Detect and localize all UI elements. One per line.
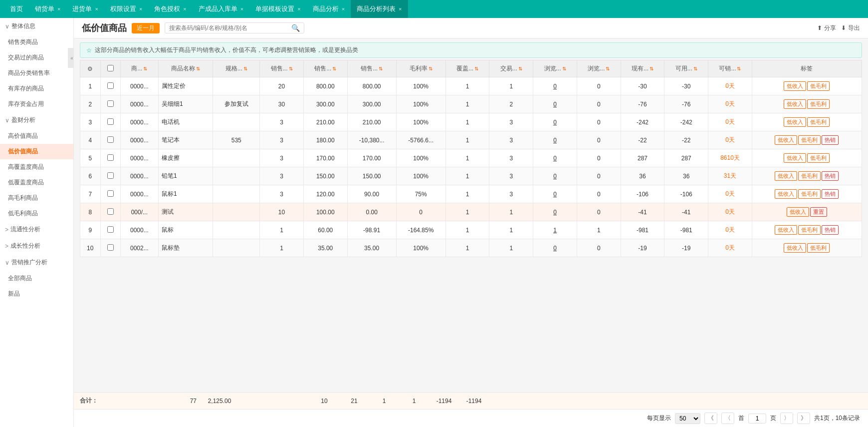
table-row[interactable]: 10 0002... 鼠标垫 1 35.00 35.00 100% 1 1 0 …: [80, 239, 862, 257]
row-name[interactable]: 鼠标垫: [159, 239, 213, 257]
row-views1[interactable]: 0: [533, 203, 577, 221]
nav-permissions-close[interactable]: ×: [139, 6, 142, 12]
nav-permissions[interactable]: 权限设置 ×: [104, 0, 148, 18]
nav-template-settings[interactable]: 单据模板设置 ×: [249, 0, 306, 18]
table-row[interactable]: 1 0000... 属性定价 20 800.00 800.00 100% 1 1…: [80, 77, 862, 95]
select-all-checkbox[interactable]: [107, 65, 114, 71]
row-checkbox[interactable]: [100, 149, 120, 167]
sidebar-section-profit-analysis[interactable]: ∨ 盈财分析: [0, 112, 73, 128]
nav-sales-order-close[interactable]: ×: [57, 6, 60, 12]
views-link[interactable]: 0: [553, 137, 557, 144]
col-gross-rate[interactable]: 毛利率⇅: [396, 60, 445, 77]
nav-product-analysis[interactable]: 商品分析 ×: [307, 0, 351, 18]
nav-product-analysis-list-close[interactable]: ×: [399, 6, 402, 12]
views-link[interactable]: 0: [553, 155, 557, 162]
row-views1[interactable]: 0: [533, 239, 577, 257]
row-name[interactable]: 属性定价: [159, 77, 213, 95]
sidebar-item-low-margin[interactable]: 低毛利商品: [0, 206, 73, 221]
nav-home[interactable]: 首页: [4, 0, 29, 18]
col-views2[interactable]: 浏览...⇅: [577, 60, 621, 77]
row-checkbox[interactable]: [100, 95, 120, 113]
row-name[interactable]: 铅笔1: [159, 167, 213, 185]
views-link[interactable]: 1: [553, 227, 557, 234]
table-row[interactable]: 2 0000... 吴细细1 参加复试 30 300.00 300.00 100…: [80, 95, 862, 113]
row-checkbox[interactable]: [100, 131, 120, 149]
table-row[interactable]: 8 000/... 测试 10 100.00 0.00 0 1 1 0 0 -4…: [80, 203, 862, 221]
row-check[interactable]: [107, 136, 114, 143]
col-settings[interactable]: ⚙: [80, 60, 101, 77]
nav-purchase-order-close[interactable]: ×: [95, 6, 98, 12]
col-name[interactable]: 商品名称⇅: [159, 60, 213, 77]
nav-product-inbound[interactable]: 产成品入库单 ×: [193, 0, 249, 18]
row-checkbox[interactable]: [100, 203, 120, 221]
table-row[interactable]: 6 0000... 铅笔1 3 150.00 150.00 100% 1 3 0…: [80, 167, 862, 185]
sidebar-item-all-products[interactable]: 全部商品: [0, 271, 73, 286]
export-button[interactable]: ⬇ 导出: [841, 24, 860, 32]
row-views1[interactable]: 0: [533, 185, 577, 203]
row-check[interactable]: [107, 244, 114, 251]
row-name[interactable]: 电话机: [159, 113, 213, 131]
sidebar-section-marketing[interactable]: ∨ 营销推广分析: [0, 254, 73, 271]
col-available-stock[interactable]: 可用...⇅: [664, 60, 708, 77]
row-checkbox[interactable]: [100, 167, 120, 185]
row-check[interactable]: [107, 226, 114, 233]
row-name[interactable]: 橡皮擦: [159, 149, 213, 167]
sidebar-item-category-rate[interactable]: 商品分类销售率: [0, 65, 73, 81]
sidebar-collapse-btn[interactable]: «: [68, 48, 74, 68]
row-check[interactable]: [107, 100, 114, 107]
table-row[interactable]: 5 0000... 橡皮擦 3 170.00 170.00 100% 1 3 0…: [80, 149, 862, 167]
views-link[interactable]: 0: [553, 245, 557, 252]
sidebar-item-high-coverage[interactable]: 高覆盖度商品: [0, 159, 73, 175]
first-page-btn[interactable]: 《: [704, 413, 717, 424]
last-page-btn[interactable]: 》: [797, 413, 810, 424]
sidebar-item-traded-products[interactable]: 交易过的商品: [0, 50, 73, 65]
per-page-select[interactable]: 50 100 200: [675, 413, 700, 424]
row-views1[interactable]: 0: [533, 95, 577, 113]
row-views1[interactable]: 0: [533, 131, 577, 149]
col-views1[interactable]: 浏览...⇅: [533, 60, 577, 77]
table-row[interactable]: 4 0000... 笔记本 535 3 180.00 -10,380... -5…: [80, 131, 862, 149]
col-sale-amount[interactable]: 销售...⇅: [347, 60, 396, 77]
row-name[interactable]: 鼠标1: [159, 185, 213, 203]
table-row[interactable]: 9 0000... 鼠标 1 60.00 -98.91 -164.85% 1 1…: [80, 221, 862, 239]
search-input[interactable]: [169, 24, 291, 31]
views-link[interactable]: 0: [553, 119, 557, 126]
row-views1[interactable]: 0: [533, 113, 577, 131]
nav-template-settings-close[interactable]: ×: [297, 6, 300, 12]
sidebar-item-new-products[interactable]: 新品: [0, 286, 73, 302]
col-saleable[interactable]: 可销...⇅: [708, 60, 752, 77]
col-sale-price[interactable]: 销售...⇅: [303, 60, 347, 77]
row-check[interactable]: [107, 154, 114, 161]
filter-recent-month-btn[interactable]: 近一月: [132, 23, 160, 33]
row-views1[interactable]: 1: [533, 221, 577, 239]
row-check[interactable]: [107, 208, 114, 215]
row-name[interactable]: 笔记本: [159, 131, 213, 149]
row-check[interactable]: [107, 118, 114, 125]
sidebar-section-liquidity[interactable]: > 流通性分析: [0, 221, 73, 238]
row-views1[interactable]: 0: [533, 167, 577, 185]
views-link[interactable]: 0: [553, 191, 557, 198]
views-link[interactable]: 0: [553, 83, 557, 90]
prev-page-btn[interactable]: 〈: [721, 413, 734, 424]
col-code[interactable]: 商...⇅: [120, 60, 158, 77]
sidebar-section-growth[interactable]: > 成长性分析: [0, 238, 73, 254]
sidebar-item-sales-products[interactable]: 销售类商品: [0, 34, 73, 50]
next-page-btn[interactable]: 〉: [780, 413, 793, 424]
row-checkbox[interactable]: [100, 185, 120, 203]
views-link[interactable]: 0: [553, 101, 557, 108]
row-check[interactable]: [107, 190, 114, 197]
nav-product-analysis-close[interactable]: ×: [342, 6, 345, 12]
sidebar-item-stocked-products[interactable]: 有库存的商品: [0, 81, 73, 96]
row-check[interactable]: [107, 82, 114, 89]
views-link[interactable]: 0: [553, 173, 557, 180]
share-button[interactable]: ⬆ 分享: [817, 24, 836, 32]
col-sale-qty[interactable]: 销售...⇅: [260, 60, 304, 77]
row-checkbox[interactable]: [100, 239, 120, 257]
nav-product-inbound-close[interactable]: ×: [240, 6, 243, 12]
row-checkbox[interactable]: [100, 113, 120, 131]
nav-role-auth-close[interactable]: ×: [183, 6, 186, 12]
table-row[interactable]: 3 0000... 电话机 3 210.00 210.00 100% 1 3 0…: [80, 113, 862, 131]
nav-sales-order[interactable]: 销货单 ×: [29, 0, 66, 18]
col-checkbox[interactable]: [100, 60, 120, 77]
row-name[interactable]: 鼠标: [159, 221, 213, 239]
